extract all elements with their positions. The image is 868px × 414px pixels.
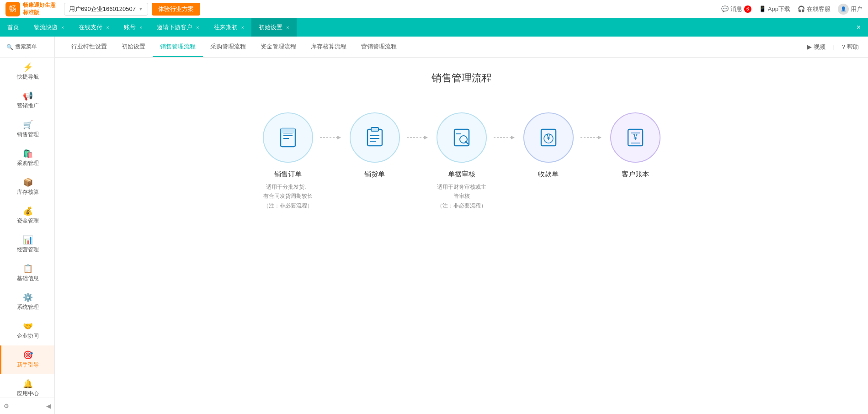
app-container: 畅 畅康通好生意 标准版 用户690企业1660120507 ▼ 体验行业方案 …	[0, 0, 868, 414]
flow-step-label: 收款单	[538, 170, 559, 179]
trial-button[interactable]: 体验行业方案	[152, 3, 200, 16]
sidebar-item-operations[interactable]: 📊 经营管理	[0, 230, 54, 259]
sub-tab-finance-flow[interactable]: 资金管理流程	[253, 37, 304, 57]
sidebar-item-sales[interactable]: 🛒 销售管理	[0, 115, 54, 144]
video-label: 视频	[814, 43, 825, 51]
message-button[interactable]: 💬 消息 6	[721, 5, 751, 13]
app-download-button[interactable]: 📱 App下载	[759, 5, 790, 13]
sub-tabs-right: ▶ 视频 | ? 帮助	[807, 43, 859, 51]
nav-label: 往来期初	[214, 23, 238, 32]
sidebar-item-label: 基础信息	[17, 275, 39, 282]
sub-tab-sales-flow[interactable]: 销售管理流程	[153, 37, 203, 57]
sidebar-item-label: 系统管理	[17, 303, 39, 311]
user-selector[interactable]: 用户690企业1660120507 ▼	[64, 3, 148, 16]
sub-tabs: 行业特性设置 初始设置 销售管理流程 采购管理流程 资金管理流程	[55, 37, 868, 58]
flow-step-ledger: ¥ 客户账本	[599, 112, 672, 182]
system-icon: ⚙️	[23, 293, 33, 302]
sidebar-item-label: 采购管理	[17, 159, 39, 167]
nav-close-icon[interactable]: ×	[286, 25, 289, 30]
top-bar-right: 💬 消息 6 📱 App下载 🎧 在线客服 👤 用户	[721, 4, 863, 15]
online-service-button[interactable]: 🎧 在线客服	[798, 5, 831, 13]
nav-close-icon[interactable]: ×	[61, 25, 64, 30]
marketing-icon: 📢	[23, 92, 33, 100]
svg-rect-7	[367, 129, 382, 146]
sub-tabs-left: 行业特性设置 初始设置 销售管理流程 采购管理流程 资金管理流程	[64, 37, 404, 57]
flow-step-label: 单据审核	[448, 170, 475, 179]
nav-item-logistics[interactable]: 物流快递 ×	[27, 18, 71, 37]
sidebar-search-button[interactable]: 🔍 搜索菜单	[4, 41, 51, 53]
svg-line-16	[466, 142, 468, 144]
sub-tab-inventory-flow[interactable]: 库存核算流程	[304, 37, 354, 57]
sidebar-nav: ⚡ 快捷导航 📢 营销推广 🛒 销售管理 🛍️ 采购管理 📦 库存核	[0, 58, 54, 398]
flow-step-sales-order: 销售订单 适用于分批发货、有合同发货周期较长（注：非必要流程）	[251, 112, 325, 210]
sidebar-item-label: 销售管理	[17, 131, 39, 138]
logo-text: 畅康通好生意 标准版	[23, 2, 56, 16]
nav-item-account[interactable]: 账号 ×	[117, 18, 149, 37]
enterprise-icon: 🤝	[23, 322, 33, 330]
video-help-button[interactable]: ▶ 视频	[807, 43, 825, 51]
collapse-icon[interactable]: ◀	[46, 403, 51, 409]
nav-item-invite[interactable]: 邀请下游客户 ×	[149, 18, 206, 37]
message-label: 消息	[730, 5, 742, 13]
main-area: 🔍 搜索菜单 ⚡ 快捷导航 📢 营销推广 🛒 销售管理 🛍️	[0, 37, 868, 414]
app-icon: 📱	[759, 5, 766, 12]
sidebar-item-app-center[interactable]: 🔔 应用中心	[0, 374, 54, 398]
user-menu-button[interactable]: 👤 用户	[838, 4, 863, 15]
flow-step-label: 销货单	[364, 170, 385, 179]
quick-nav-icon: ⚡	[23, 63, 33, 71]
flow-circle-audit	[437, 112, 487, 163]
nav-close-all-button[interactable]: ×	[849, 23, 868, 32]
service-icon: 🎧	[798, 5, 805, 12]
nav-item-payment[interactable]: 在线支付 ×	[71, 18, 116, 37]
avatar: 👤	[838, 4, 849, 15]
help-button[interactable]: ? 帮助	[842, 43, 859, 51]
nav-close-icon[interactable]: ×	[139, 25, 142, 30]
settings-icon[interactable]: ⚙	[4, 403, 9, 409]
sidebar-item-label: 库存核算	[17, 188, 39, 196]
sidebar-item-finance[interactable]: 💰 资金管理	[0, 202, 54, 230]
content: 行业特性设置 初始设置 销售管理流程 采购管理流程 资金管理流程	[55, 37, 868, 414]
nav-close-icon[interactable]: ×	[241, 25, 244, 30]
sidebar-item-system[interactable]: ⚙️ 系统管理	[0, 288, 54, 317]
sidebar-search[interactable]: 🔍 搜索菜单	[0, 37, 54, 58]
sidebar-item-quick-nav[interactable]: ⚡ 快捷导航	[0, 58, 54, 86]
sidebar-item-newbie[interactable]: 🎯 新手引导	[0, 345, 54, 374]
help-icon: ?	[842, 43, 845, 50]
logo-icon: 畅	[5, 2, 20, 16]
video-icon: ▶	[807, 43, 812, 50]
inventory-icon: 📦	[23, 178, 33, 186]
finance-icon: 💰	[23, 207, 33, 215]
app-center-icon: 🔔	[23, 380, 33, 388]
sidebar-item-label: 新手引导	[17, 361, 39, 369]
sidebar-item-basic-info[interactable]: 📋 基础信息	[0, 259, 54, 288]
sub-tab-industry[interactable]: 行业特性设置	[64, 37, 114, 57]
flow-step-audit: 单据审核 适用于财务审核或主管审核（注：非必要流程）	[425, 112, 498, 210]
sales-icon: 🛒	[23, 121, 33, 129]
sidebar-item-purchase[interactable]: 🛍️ 采购管理	[0, 144, 54, 173]
nav-label: 账号	[124, 23, 136, 32]
sidebar-item-inventory[interactable]: 📦 库存核算	[0, 173, 54, 202]
nav-bar: 首页 物流快递 × 在线支付 × 账号 × 邀请下游客户 × 往来期初 × 初始…	[0, 18, 868, 37]
sub-tab-init[interactable]: 初始设置	[114, 37, 153, 57]
flow-circle-ledger: ¥	[610, 112, 660, 163]
nav-close-icon[interactable]: ×	[196, 25, 199, 30]
nav-close-icon[interactable]: ×	[106, 25, 109, 30]
svg-rect-4	[281, 128, 295, 133]
sidebar-item-marketing[interactable]: 📢 营销推广	[0, 86, 54, 115]
logo-area: 畅 畅康通好生意 标准版	[5, 2, 60, 16]
nav-label: 物流快递	[34, 23, 58, 32]
sidebar-item-enterprise[interactable]: 🤝 企业协同	[0, 317, 54, 345]
nav-item-home[interactable]: 首页	[0, 18, 27, 37]
svg-text:¥: ¥	[633, 133, 637, 142]
nav-item-period[interactable]: 往来期初 ×	[207, 18, 251, 37]
message-icon: 💬	[721, 5, 729, 12]
flow-step-receipt: ¥ 收款单	[512, 112, 585, 182]
flow-content: 销售管理流程 销售订单	[55, 58, 868, 414]
top-bar-left: 畅 畅康通好生意 标准版 用户690企业1660120507 ▼ 体验行业方案	[5, 2, 200, 16]
purchase-icon: 🛍️	[23, 149, 33, 158]
sub-tab-marketing-flow[interactable]: 营销管理流程	[354, 37, 404, 57]
sub-tab-purchase-flow[interactable]: 采购管理流程	[203, 37, 253, 57]
service-label: 在线客服	[807, 5, 831, 13]
nav-item-init-settings[interactable]: 初始设置 ×	[251, 18, 296, 37]
sidebar-item-label: 企业协同	[17, 332, 39, 340]
